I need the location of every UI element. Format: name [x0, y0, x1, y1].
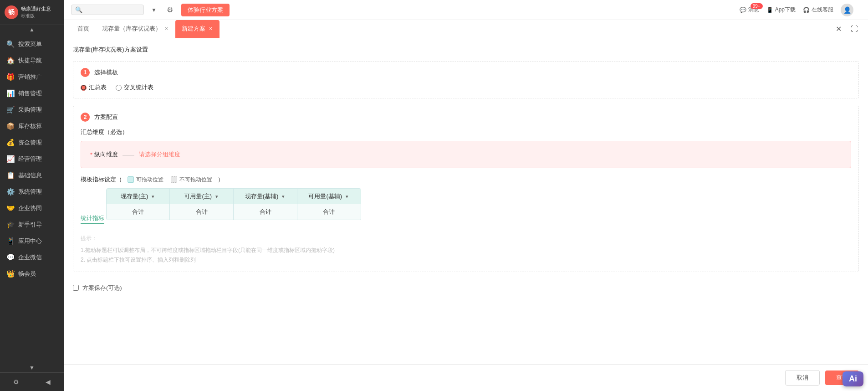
- topbar-industry-btn[interactable]: 体验行业方案: [181, 4, 230, 16]
- sidebar-sound-btn[interactable]: ◀: [42, 376, 54, 387]
- sidebar-scroll-up[interactable]: ▲: [0, 25, 64, 34]
- sidebar-scroll-down[interactable]: ▼: [0, 363, 64, 372]
- gear-icon: ⚙️: [6, 188, 15, 196]
- topbar: 🔍 ▼ ⚙ 体验行业方案 💬 消息 99+ 📱 App下载 🎧 在线客服 👤: [64, 0, 868, 20]
- topbar-gear-btn[interactable]: ⚙: [164, 5, 176, 15]
- message-badge: 99+: [751, 3, 763, 9]
- stats-col-2-label: 现存量(基辅): [245, 192, 279, 201]
- legend-draggable-label: 可拖动位置: [136, 176, 163, 184]
- sidebar-item-label: 快捷导航: [18, 57, 42, 65]
- dimension-area[interactable]: * 纵向维度 —— 请选择分组维度: [81, 141, 851, 168]
- save-checkbox[interactable]: [73, 285, 79, 291]
- legend-fixed-label: 不可拖动位置: [179, 176, 212, 184]
- save-label: 方案保存(可选): [82, 284, 122, 292]
- cart-icon: 🛒: [6, 106, 15, 114]
- page-title: 现存量(库存状况表)方案设置: [73, 46, 859, 54]
- stats-col-1-label: 可用量(主): [184, 192, 212, 201]
- logo-name: 畅康通好生意: [21, 5, 51, 12]
- topbar-avatar[interactable]: 👤: [841, 4, 853, 16]
- sidebar-item-system[interactable]: ⚙️ 系统管理: [0, 184, 64, 200]
- topbar-app-btn[interactable]: 📱 App下载: [766, 6, 796, 14]
- window-expand-btn[interactable]: ⛶: [848, 24, 861, 34]
- indicator-legend: 可拖动位置 不可拖动位置: [128, 176, 212, 184]
- app-icon: 📱: [766, 7, 773, 13]
- logo-text-block: 畅康通好生意 标准版: [21, 5, 51, 19]
- tab-new-scheme-label: 新建方案: [182, 25, 205, 33]
- sidebar-item-search[interactable]: 🔍 搜索菜单: [0, 36, 64, 52]
- box-icon: 📦: [6, 122, 15, 130]
- topbar-service-btn[interactable]: 🎧 在线客服: [803, 6, 833, 14]
- template-radio-group: 汇总表 交叉统计表: [81, 83, 851, 92]
- sidebar: 畅 畅康通好生意 标准版 ▲ 🔍 搜索菜单 🏠 快捷导航 🎁 营销推广 📊 销售…: [0, 0, 64, 391]
- sidebar-item-label: 畅会员: [18, 270, 36, 278]
- tip2: 2. 点击标题栏下拉可设置排序、插入列和删除列: [81, 255, 851, 265]
- legend-fixed-box: [171, 176, 177, 183]
- section2-header: 2 方案配置: [81, 113, 851, 122]
- radio-summary-input[interactable]: [81, 85, 87, 91]
- sidebar-item-member[interactable]: 👑 畅会员: [0, 266, 64, 282]
- tab-inventory-close[interactable]: ×: [164, 26, 169, 32]
- legend-fixed: 不可拖动位置: [171, 176, 212, 184]
- home-icon: 🏠: [6, 57, 15, 65]
- stats-col-3-dropdown[interactable]: ▾: [345, 193, 349, 200]
- tips-section: 提示： 1.拖动标题栏可以调整布局，不可跨维度或指标区域拖动栏目字段(只能在同一…: [81, 234, 851, 265]
- ai-float-button[interactable]: Ai: [842, 371, 863, 386]
- radio-summary[interactable]: 汇总表: [81, 83, 107, 92]
- section2-number: 2: [81, 113, 90, 122]
- footer-bar: 取消 查询: [64, 364, 868, 391]
- indicator-section: 模板指标设定（ 可拖动位置 不可拖动位置 ） 统计指标: [81, 175, 851, 265]
- sidebar-item-basic[interactable]: 📋 基础信息: [0, 167, 64, 184]
- sidebar-item-wechat[interactable]: 💬 企业微信: [0, 249, 64, 266]
- sidebar-item-finance[interactable]: 💰 资金管理: [0, 134, 64, 151]
- topbar-dropdown-btn[interactable]: ▼: [149, 6, 158, 14]
- legend-draggable: 可拖动位置: [128, 176, 163, 184]
- sidebar-item-collab[interactable]: 🤝 企业协同: [0, 200, 64, 216]
- stats-col-2-dropdown[interactable]: ▾: [281, 193, 286, 200]
- indicator-close-paren: ）: [218, 175, 224, 184]
- radio-cross[interactable]: 交叉统计表: [116, 83, 153, 92]
- sidebar-item-label: 企业协同: [18, 204, 42, 212]
- logo-icon: 畅: [5, 5, 18, 19]
- handshake-icon: 🤝: [6, 204, 15, 212]
- sidebar-item-nav[interactable]: 🏠 快捷导航: [0, 52, 64, 69]
- tab-new-scheme[interactable]: 新建方案 ×: [175, 20, 220, 38]
- tab-home[interactable]: 首页: [71, 20, 96, 38]
- stats-col-2: 现存量(基辅) ▾: [234, 189, 297, 204]
- stats-cell-0: 合计: [107, 204, 170, 220]
- sidebar-item-guide[interactable]: 🎓 新手引导: [0, 216, 64, 233]
- topbar-message-btn[interactable]: 💬 消息 99+: [740, 6, 759, 14]
- topbar-search-box: 🔍: [71, 5, 144, 15]
- dimension-placeholder: 请选择分组维度: [139, 150, 180, 159]
- chart-icon: 📊: [6, 89, 15, 98]
- sidebar-settings-btn[interactable]: ⚙: [10, 376, 23, 387]
- sidebar-nav: 🔍 搜索菜单 🏠 快捷导航 🎁 营销推广 📊 销售管理 🛒 采购管理 📦 库存核…: [0, 34, 64, 363]
- stats-label: 统计指标: [81, 214, 104, 224]
- app-label: App下载: [775, 6, 796, 14]
- tip1: 1.拖动标题栏可以调整布局，不可跨维度或指标区域拖动栏目字段(只能在同一维度或指…: [81, 246, 851, 256]
- mobile-icon: 📱: [6, 237, 15, 245]
- tab-inventory[interactable]: 现存量（库存状况表） ×: [96, 20, 175, 38]
- sidebar-item-management[interactable]: 📈 经营管理: [0, 151, 64, 167]
- stats-table-header: 现存量(主) ▾ 可用量(主) ▾ 现存量(基辅) ▾ 可用量(基辅): [107, 189, 361, 204]
- sidebar-item-sales[interactable]: 📊 销售管理: [0, 85, 64, 102]
- sidebar-item-label: 采购管理: [18, 106, 42, 114]
- radio-cross-input[interactable]: [116, 85, 122, 91]
- stats-col-1-dropdown[interactable]: ▾: [214, 193, 219, 200]
- window-close-btn[interactable]: ✕: [833, 24, 844, 34]
- cancel-button[interactable]: 取消: [785, 370, 820, 386]
- sidebar-item-label: 经营管理: [18, 155, 42, 163]
- radio-summary-label: 汇总表: [89, 83, 107, 92]
- search-input[interactable]: [85, 7, 135, 13]
- sidebar-footer: ⚙ ◀: [0, 372, 64, 391]
- indicator-label-text: 模板指标设定（: [81, 175, 122, 184]
- sidebar-item-purchase[interactable]: 🛒 采购管理: [0, 102, 64, 118]
- tab-new-scheme-close[interactable]: ×: [208, 26, 213, 32]
- sidebar-item-marketing[interactable]: 🎁 营销推广: [0, 69, 64, 85]
- sidebar-item-label: 销售管理: [18, 89, 42, 98]
- sidebar-item-inventory[interactable]: 📦 库存核算: [0, 118, 64, 134]
- section-scheme: 2 方案配置 汇总维度（必选） * 纵向维度 —— 请选择分组维度 模板指标设定…: [73, 106, 859, 272]
- stats-col-0-dropdown[interactable]: ▾: [151, 193, 155, 200]
- sidebar-item-apps[interactable]: 📱 应用中心: [0, 233, 64, 249]
- list-icon: 📋: [6, 171, 15, 180]
- guide-icon: 🎓: [6, 221, 15, 229]
